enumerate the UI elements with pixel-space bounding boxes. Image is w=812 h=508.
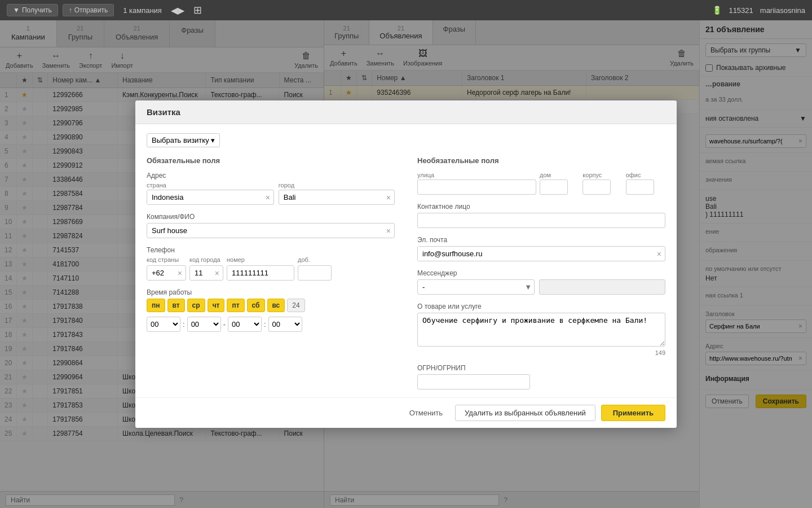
phone-city-input[interactable]	[190, 266, 211, 280]
modal-header: Визитка	[135, 100, 677, 124]
country-input[interactable]	[147, 190, 262, 204]
ogrn-input[interactable]	[417, 374, 530, 389]
clock-24-btn[interactable]: 24	[287, 299, 304, 312]
city-input-wrapper: ×	[279, 190, 395, 205]
country-label: страна	[147, 182, 274, 189]
time-to-h-select[interactable]: 00	[228, 317, 262, 332]
chevron-down-icon3: ▼	[522, 283, 534, 291]
required-title: Обязательные поля	[147, 156, 395, 165]
city-label: город	[279, 182, 395, 189]
phone-num-sub-label: номер	[227, 256, 294, 263]
about-form-group: О товаре или услуге Обучение серфингу и …	[417, 303, 665, 356]
dom-group: дом	[540, 172, 579, 195]
about-textarea[interactable]: Обучение серфингу и проживание в серфкем…	[417, 313, 665, 347]
address-form-group: Адрес страна × горо	[147, 172, 395, 205]
time-sep1: :	[183, 320, 185, 329]
day-wed[interactable]: ср	[187, 299, 205, 312]
dom-input[interactable]	[540, 179, 568, 195]
modal-apply-btn[interactable]: Применить	[601, 405, 665, 421]
phone-country-input[interactable]	[147, 266, 174, 280]
phone-sub-labels: код страны код города номер доб.	[147, 256, 395, 264]
time-from-m-select[interactable]: 00	[187, 317, 221, 332]
street-form-group: улица дом корпус	[417, 172, 665, 195]
time-sep2: -	[223, 320, 226, 329]
day-mon[interactable]: пн	[147, 299, 165, 312]
time-sep3: :	[264, 320, 266, 329]
phone-country-wrapper: ×	[147, 265, 186, 281]
phone-city-sub-label: код города	[189, 256, 223, 263]
receive-button[interactable]: ▼ Получить	[7, 4, 58, 16]
day-fri[interactable]: пт	[227, 299, 244, 312]
workhours-label: Время работы	[147, 288, 395, 296]
street-input[interactable]	[417, 179, 536, 195]
country-clear-btn[interactable]: ×	[262, 191, 273, 204]
modal-overlay: Визитка Выбрать визитку ▾ Обязательные п…	[0, 20, 812, 508]
messenger-select[interactable]: -	[418, 280, 522, 294]
corpus-group: корпус	[582, 172, 622, 195]
day-thu[interactable]: чт	[208, 299, 225, 312]
contact-label: Контактное лицо	[417, 203, 665, 211]
username: mariiasosnina	[760, 6, 805, 15]
modal-body: Выбрать визитку ▾ Обязательные поля Адре…	[135, 124, 677, 397]
top-bar: ▼ Получить ↑ Отправить 1 кампания ◀▶ ⊞ 🔋…	[0, 0, 812, 20]
battery-num: 115321	[729, 6, 753, 15]
campaign-label: 1 кампания	[123, 6, 162, 15]
phone-ext-input[interactable]	[298, 265, 332, 281]
phone-city-wrapper: ×	[189, 265, 223, 281]
time-from-h-select[interactable]: 00	[147, 317, 180, 332]
vizitka-select-row: Выбрать визитку ▾	[147, 133, 665, 147]
email-label: Эл. почта	[417, 236, 665, 244]
street-row: улица дом корпус	[417, 172, 665, 195]
main-area: 1 Кампании 21 Группы 21 Объявления Фразы…	[0, 20, 812, 508]
city-clear-btn[interactable]: ×	[383, 191, 394, 204]
phone-city-clear-btn[interactable]: ×	[211, 266, 223, 280]
top-bar-right: 🔋 115321 mariiasosnina	[712, 6, 805, 15]
modal-cancel-btn[interactable]: Отменить	[403, 405, 449, 421]
messenger-input[interactable]	[539, 279, 665, 295]
about-label: О товаре или услуге	[417, 303, 665, 310]
country-input-wrapper: ×	[147, 190, 274, 205]
modal-delete-btn[interactable]: Удалить из выбранных объявлений	[455, 405, 595, 421]
office-group: офис	[626, 172, 665, 195]
address-row: страна × город	[147, 182, 395, 205]
email-input[interactable]	[418, 247, 654, 261]
day-sun[interactable]: вс	[267, 299, 285, 312]
office-input[interactable]	[626, 179, 654, 195]
form-columns: Обязательные поля Адрес страна ×	[147, 156, 665, 397]
contact-form-group: Контактное лицо	[417, 203, 665, 228]
email-clear-btn[interactable]: ×	[654, 247, 665, 261]
modal-title: Визитка	[147, 107, 180, 117]
city-input[interactable]	[279, 190, 383, 204]
optional-title: Необязательные поля	[417, 156, 665, 165]
phone-form-group: Телефон код страны код города номер доб.	[147, 246, 395, 281]
phone-number-input[interactable]	[227, 266, 294, 280]
receive-arrow-icon: ▼	[13, 6, 20, 14]
dom-label: дом	[540, 172, 579, 178]
corpus-input[interactable]	[582, 179, 611, 195]
office-label: офис	[626, 172, 665, 178]
contact-input[interactable]	[417, 213, 665, 228]
time-row: 00 : 00 - 00 :	[147, 317, 395, 332]
phone-ext-sub-label: доб.	[298, 256, 332, 263]
phone-row: × × ×	[147, 265, 395, 281]
day-sat[interactable]: сб	[247, 299, 265, 312]
phone-country-clear-btn[interactable]: ×	[174, 266, 186, 280]
modal-footer: Отменить Удалить из выбранных объявлений…	[135, 397, 677, 428]
company-input[interactable]	[147, 224, 383, 238]
email-input-wrapper: ×	[417, 246, 665, 261]
time-to-m-select[interactable]: 00	[268, 317, 302, 332]
send-button[interactable]: ↑ Отправить	[63, 4, 114, 16]
collapse-icon: ◀▶	[171, 5, 184, 16]
about-char-count: 149	[417, 349, 665, 356]
company-clear-btn[interactable]: ×	[383, 224, 394, 238]
vizitka-select-btn[interactable]: Выбрать визитку ▾	[147, 133, 220, 147]
messenger-form-group: Мессенджер - ▼	[417, 269, 665, 295]
required-col: Обязательные поля Адрес страна ×	[147, 156, 395, 397]
day-tue[interactable]: вт	[167, 299, 185, 312]
ogrn-label: ОГРН/ОГРНИП	[417, 364, 665, 372]
corpus-label: корпус	[582, 172, 622, 178]
company-label: Компания/ФИО	[147, 213, 395, 221]
phone-country-sub-label: код страны	[147, 256, 186, 263]
phone-number-wrapper: ×	[227, 265, 294, 281]
city-group: город ×	[279, 182, 395, 205]
